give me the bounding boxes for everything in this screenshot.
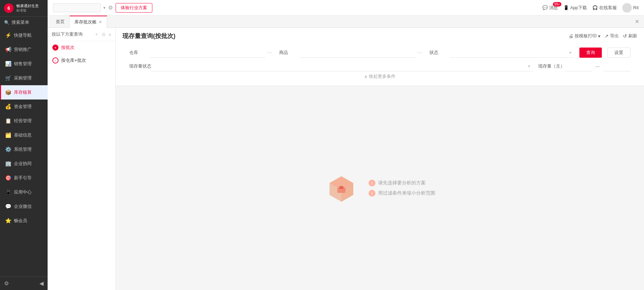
wechat-icon: 💬: [5, 203, 11, 210]
user-name: Rit: [633, 5, 639, 10]
sidebar-item-label: 经营管理: [14, 118, 32, 124]
empty-tips: 1 请先选择要分析的方案 2 用过滤条件来缩小分析范围: [369, 180, 435, 197]
filter-area: 仓库 ··· 商品 ··· 状态: [122, 43, 637, 86]
status-filter: 状态 ▾: [429, 48, 574, 58]
filter-row-1: 仓库 ··· 商品 ··· 状态: [129, 48, 630, 58]
sidebar-item-label: 库存核算: [14, 89, 32, 95]
goods-dots[interactable]: ···: [415, 50, 424, 56]
close-all-tabs-icon[interactable]: ✕: [630, 18, 644, 25]
plan-warehouse-batch-label: 按仓库+批次: [61, 57, 86, 64]
settings-button[interactable]: 设置: [607, 48, 630, 58]
inventory-status-filter: 现存量状态 ▾: [129, 61, 533, 71]
main-content: 现存量查询(按批次) 🖨 按模板打印 ▾ ↗ 导出 ↺: [116, 28, 644, 290]
sidebar-item-purchase[interactable]: 🛒 采购管理: [0, 71, 48, 85]
empty-tip-2: 2 用过滤条件来缩小分析范围: [369, 190, 435, 197]
sidebar-item-marketing[interactable]: 📢 营销推广: [0, 42, 48, 57]
goods-input[interactable]: [300, 48, 415, 58]
sidebar-item-sales[interactable]: 📊 销售管理: [0, 57, 48, 71]
inventory-qty-input-max[interactable]: [603, 61, 630, 71]
warehouse-filter: 仓库 ···: [129, 48, 274, 58]
topbar-gear-icon[interactable]: ⚙: [108, 4, 113, 11]
inventory-status-label: 现存量状态: [129, 63, 151, 69]
empty-state: 1 请先选择要分析的方案 2 用过滤条件来缩小分析范围: [116, 86, 644, 290]
main-area: ▾ ⚙ 体验行业方案 💬 消息 99+ 📱 App下载 🎧 在线客服 Rit: [48, 0, 644, 290]
export-btn[interactable]: ↗ 导出: [605, 33, 619, 39]
enterprise-icon: 🏢: [5, 161, 11, 167]
member-icon: ⭐: [5, 218, 11, 224]
sidebar-item-inventory[interactable]: 📦 库存核算: [0, 85, 48, 99]
purchase-icon: 🛒: [5, 75, 11, 81]
svg-rect-5: [339, 186, 343, 189]
inventory-status-chevron-icon: ▾: [528, 64, 530, 69]
status-select[interactable]: ▾: [450, 48, 574, 58]
sidebar-item-wechat[interactable]: 💬 企业微信: [0, 199, 48, 214]
appcenter-icon: 📱: [5, 189, 11, 195]
collapse-sidebar-icon[interactable]: ◀: [39, 280, 44, 287]
app-download-item[interactable]: 📱 App下载: [563, 5, 587, 11]
export-label: 导出: [610, 33, 619, 39]
left-panel-header: 按以下方案查询 ＋ ⊙ «: [48, 28, 115, 41]
active-tab-label: 库存批次账: [74, 19, 97, 25]
sidebar-item-label: 销售管理: [14, 61, 32, 67]
sidebar-item-newbie[interactable]: 🎯 新手引导: [0, 171, 48, 185]
online-service-item[interactable]: 🎧 在线客服: [592, 5, 617, 11]
empty-state-icon: [324, 171, 358, 205]
finance-icon: 💰: [5, 104, 11, 110]
warehouse-dots[interactable]: ···: [265, 50, 274, 56]
warehouse-label: 仓库: [129, 50, 150, 56]
add-plan-icon[interactable]: ＋: [94, 31, 99, 37]
sidebar-item-appcenter[interactable]: 📱 应用中心: [0, 185, 48, 199]
status-label: 状态: [429, 50, 450, 56]
inventory-status-select[interactable]: ▾: [151, 61, 533, 71]
sales-icon: 📊: [5, 61, 11, 67]
content-area: 按以下方案查询 ＋ ⊙ « ● 按批次 ○ 按仓库+批次 现存量查询: [48, 28, 644, 290]
warehouse-input[interactable]: [150, 48, 265, 58]
inventory-qty-input-min[interactable]: [565, 61, 592, 71]
marketing-icon: 📢: [5, 47, 11, 53]
sidebar-item-label: 资金管理: [14, 104, 32, 110]
tab-home[interactable]: 首页: [51, 16, 70, 28]
inventory-icon: 📦: [5, 89, 11, 95]
tip-text-2: 用过滤条件来缩小分析范围: [378, 190, 435, 196]
tab-inventory-batch[interactable]: 库存批次账 ✕: [70, 16, 107, 28]
sidebar-item-label: 企业协同: [14, 161, 32, 167]
sidebar-item-system[interactable]: ⚙️ 系统管理: [0, 142, 48, 157]
collapse-filters-btn[interactable]: ∧ 收起更多条件: [129, 71, 630, 81]
messages-item[interactable]: 💬 消息 99+: [542, 5, 558, 11]
sidebar-logo: 6 畅康通好生意 标准版: [0, 0, 48, 17]
sidebar-item-operations[interactable]: 📋 经营管理: [0, 114, 48, 128]
search-menu-label: 搜索菜单: [12, 19, 29, 25]
collapse-panel-icon[interactable]: «: [108, 32, 111, 37]
refresh-icon: ↺: [623, 33, 627, 39]
plan-item-by-warehouse-batch[interactable]: ○ 按仓库+批次: [48, 54, 115, 67]
tip-number-1: 1: [369, 180, 375, 186]
plan-settings-icon[interactable]: ⊙: [102, 32, 106, 37]
inventory-qty-filter: 现存量（主） —: [538, 61, 630, 71]
refresh-btn[interactable]: ↺ 刷新: [623, 33, 637, 39]
print-btn[interactable]: 🖨 按模板打印 ▾: [569, 33, 600, 39]
sidebar-item-label: 系统管理: [14, 146, 32, 152]
headset-icon: 🎧: [592, 5, 598, 10]
sidebar-item-enterprise[interactable]: 🏢 企业协同: [0, 157, 48, 171]
inventory-qty-label: 现存量（主）: [538, 63, 565, 69]
plan-item-by-batch[interactable]: ● 按批次: [48, 41, 115, 54]
search-button[interactable]: 查询: [579, 48, 602, 58]
app-logo-icon: 6: [4, 3, 14, 13]
app-download-label: App下载: [570, 5, 587, 11]
topbar-search-input[interactable]: [53, 3, 101, 12]
sidebar-item-basics[interactable]: 🗂️ 基础信息: [0, 128, 48, 142]
basics-icon: 🗂️: [5, 132, 11, 138]
app-version: 标准版: [16, 8, 39, 13]
sidebar-item-shortcut[interactable]: ⚡ 快捷导航: [0, 28, 48, 42]
tab-close-icon[interactable]: ✕: [99, 20, 102, 24]
plan-warehouse-batch-icon: ○: [52, 57, 58, 64]
trial-btn[interactable]: 体验行业方案: [116, 3, 152, 13]
topbar-chevron-icon[interactable]: ▾: [103, 5, 105, 10]
inventory-qty-dash: —: [592, 64, 603, 69]
user-avatar-item[interactable]: Rit: [622, 3, 639, 13]
sidebar-bottom: ⚙ ◀: [0, 276, 48, 290]
sidebar-item-finance[interactable]: 💰 资金管理: [0, 99, 48, 114]
sidebar-item-member[interactable]: ⭐ 畅会员: [0, 214, 48, 228]
settings-bottom-icon[interactable]: ⚙: [4, 280, 9, 287]
search-menu-item[interactable]: 🔍 搜索菜单: [0, 17, 48, 28]
